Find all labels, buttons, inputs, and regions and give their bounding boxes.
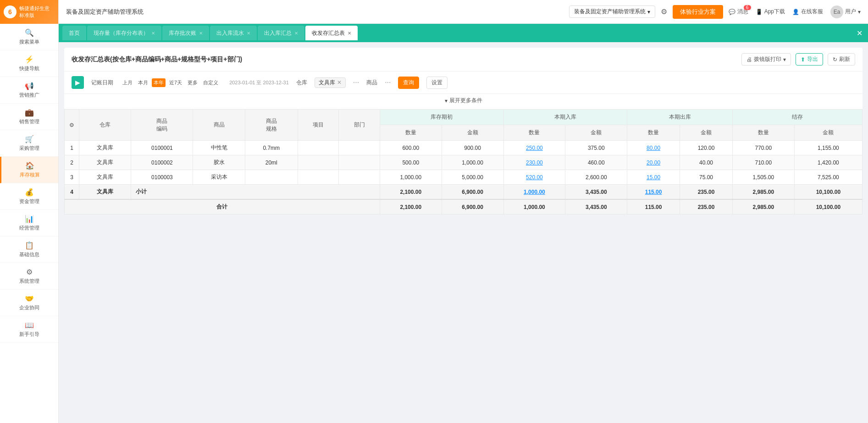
subtotal-opening-qty: 2,100.00 [380,185,442,200]
export-button[interactable]: ⬆ 导出 [796,53,823,66]
tab-bar-close-all[interactable]: ✕ [855,27,864,39]
td-in-amount: 375.00 [565,141,627,155]
message-action[interactable]: 💬 消息 6 [729,8,748,16]
sidebar-item-sales[interactable]: 💼销售管理 [0,104,58,130]
sidebar-item-label: 资金管理 [19,198,39,205]
th-name: 商品 [193,110,245,141]
td-out-qty[interactable]: 80.00 [627,141,680,155]
total-closing-qty: 2,985.00 [732,199,794,214]
user-action[interactable]: Ea 用户 ▾ [830,5,861,18]
th-opening-qty: 数量 [380,125,442,141]
sidebar-item-purchase[interactable]: 🛒采购管理 [0,130,58,157]
tab-batch[interactable]: 库存批次账✕ [162,26,209,40]
td-opening-amount: 5,000.00 [442,170,503,185]
tab-close-inventory_dist[interactable]: ✕ [151,31,155,36]
tab-close-recv_send[interactable]: ✕ [348,31,351,36]
subtotal-out-qty[interactable]: 115.00 [627,185,680,200]
date-btn-更多[interactable]: 更多 [186,78,199,87]
td-no: 1 [65,141,79,155]
sidebar-item-inventory[interactable]: 🏠库存核算 [0,157,58,183]
settings-btn[interactable]: 设置 [426,77,448,89]
th-closing-amount: 金额 [794,125,862,141]
goods-dots[interactable]: ··· [385,78,391,87]
sidebar-item-marketing[interactable]: 📢营销推广 [0,77,58,104]
th-in-amount: 金额 [565,125,627,141]
tab-label: 出入库流水 [216,29,244,37]
sidebar-item-system[interactable]: ⚙系统管理 [0,263,58,290]
th-settings[interactable]: ⚙ [65,110,79,141]
top-header: 装备及固定资产辅助管理系统 装备及固定资产辅助管理系统 ▾ ⚙ 体验行业方案 💬… [59,0,868,24]
online-service-action[interactable]: 👤 在线客服 [792,8,823,16]
subtotal-in-qty[interactable]: 1,000.00 [503,185,565,200]
finance-icon: 💰 [25,188,34,197]
sidebar-item-finance[interactable]: 💰资金管理 [0,183,58,210]
subtotal-row: 4 文具库 小计 2,100.00 6,900.00 1,000.00 3,43… [65,185,862,200]
td-out-qty[interactable]: 20.00 [627,155,680,170]
subtotal-no: 4 [65,185,79,200]
tab-recv_send[interactable]: 收发存汇总表✕ [305,26,358,40]
expand-btn[interactable]: ▾ 展开更多条件 [445,97,482,104]
tab-label: 出入库汇总 [264,29,292,37]
total-closing-amount: 10,100.00 [794,199,862,214]
th-in-qty: 数量 [503,125,565,141]
sidebar-item-operations[interactable]: 📊经营管理 [0,210,58,236]
tab-inventory_dist[interactable]: 现存量（库存分布表）✕ [87,26,161,40]
sidebar-item-base[interactable]: 📋基础信息 [0,236,58,263]
warehouse-dots[interactable]: ··· [353,78,359,87]
warehouse-tag-remove[interactable]: ✕ [337,79,342,86]
td-closing-qty: 1,505.00 [732,170,794,185]
sidebar-item-search[interactable]: 🔍搜索菜单 [0,24,58,50]
td-in-qty[interactable]: 250.00 [503,141,565,155]
subtotal-warehouse: 文具库 [79,185,131,200]
tab-home[interactable]: 首页 [62,26,86,40]
print-button[interactable]: 🖨 拨镜版打印 ▾ [741,53,791,66]
total-in-amount: 3,435.00 [565,199,627,214]
tab-close-inout_flow[interactable]: ✕ [247,31,250,36]
query-button[interactable]: 查询 [398,77,419,89]
th-out-amount: 金额 [680,125,733,141]
search-icon: 🔍 [25,28,34,37]
subtotal-opening-amount: 6,900.00 [442,185,503,200]
sidebar-item-guide[interactable]: 📖新手引导 [0,316,58,343]
td-no: 3 [65,170,79,185]
warehouse-tag[interactable]: 文具库 ✕ [315,77,346,88]
tab-bar: 首页现存量（库存分布表）✕库存批次账✕出入库流水✕出入库汇总✕收发存汇总表✕✕ [59,24,868,42]
tab-inout_summary[interactable]: 出入库汇总✕ [258,26,304,40]
data-table: ⚙ 仓库 商品编码 商品 商品规格 项目 部门 库存期初 本期入库 本期出库 结… [64,109,862,214]
settings-icon[interactable]: ⚙ [661,7,667,16]
date-btn-本年[interactable]: 本年 [152,78,166,87]
td-in-qty[interactable]: 520.00 [503,170,565,185]
operations-icon: 📊 [25,214,34,223]
tab-close-batch[interactable]: ✕ [199,31,203,36]
sidebar-item-label: 经营管理 [19,225,39,231]
total-opening-amount: 6,900.00 [442,199,503,214]
tab-label: 现存量（库存分布表） [94,29,149,37]
date-btn-自定义[interactable]: 自定义 [201,78,220,87]
filter-toggle-btn[interactable]: ▶ [72,76,84,89]
td-out-qty[interactable]: 15.00 [627,170,680,185]
th-closing-group: 结存 [732,110,862,125]
tab-inout_flow[interactable]: 出入库流水✕ [210,26,257,40]
sidebar-item-quick[interactable]: ⚡快捷导航 [0,50,58,77]
app-download-action[interactable]: 📱 App下载 [756,8,785,16]
page-title: 收发存汇总表(按仓库+商品编码+商品+规格型号+项目+部门) [72,55,242,64]
date-btn-上月[interactable]: 上月 [121,78,134,87]
td-in-qty[interactable]: 230.00 [503,155,565,170]
refresh-button[interactable]: ↻ 刷新 [828,53,855,66]
tab-close-inout_summary[interactable]: ✕ [294,31,298,36]
td-warehouse: 文具库 [79,155,131,170]
subtotal-in-amount: 3,435.00 [565,185,627,200]
sidebar-item-label: 新手引导 [19,331,39,338]
total-in-qty: 1,000.00 [503,199,565,214]
sidebar-item-enterprise[interactable]: 🤝企业协同 [0,290,58,316]
th-out-group: 本期出库 [627,110,733,125]
quick-icon: ⚡ [25,55,34,64]
trial-button[interactable]: 体验行业方案 [673,5,723,19]
td-closing-amount: 7,525.00 [794,170,862,185]
td-name: 中性笔 [193,141,245,155]
date-btn-近7天[interactable]: 近7天 [167,78,184,87]
system-dropdown[interactable]: 装备及固定资产辅助管理系统 ▾ [569,5,655,18]
subtotal-closing-qty: 2,985.00 [732,185,794,200]
enterprise-icon: 🤝 [25,294,34,303]
date-btn-本月[interactable]: 本月 [136,78,150,87]
